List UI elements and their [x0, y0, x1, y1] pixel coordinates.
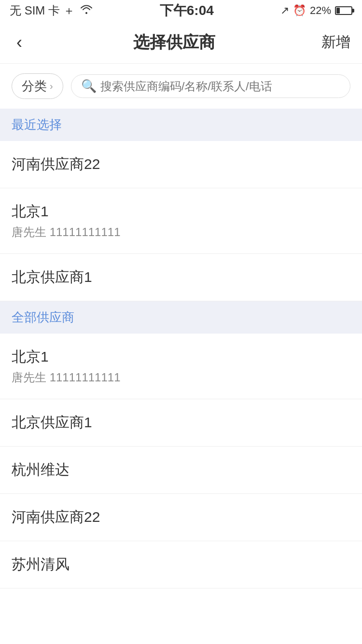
search-box: 🔍 — [71, 74, 350, 98]
list-item[interactable]: 河南供应商22 — [0, 494, 362, 541]
chevron-right-icon: › — [50, 81, 53, 92]
item-name: 杭州维达 — [12, 460, 350, 480]
item-sub: 唐先生 11111111111 — [12, 370, 350, 385]
all-section-label: 全部供应商 — [12, 310, 74, 324]
list-item[interactable]: 河南供应商22 — [0, 141, 362, 188]
search-input[interactable] — [100, 80, 340, 93]
category-label: 分类 — [22, 78, 47, 95]
list-item[interactable]: 北京1唐先生 11111111111 — [0, 334, 362, 399]
status-time: 下午6:04 — [160, 1, 214, 20]
all-list: 北京1唐先生 11111111111北京供应商1杭州维达河南供应商22苏州清风 — [0, 334, 362, 588]
item-name: 苏州清风 — [12, 555, 350, 574]
item-name: 河南供应商22 — [12, 154, 350, 174]
all-section-header: 全部供应商 — [0, 301, 362, 334]
item-name: 北京供应商1 — [12, 413, 350, 433]
back-button[interactable]: ‹ — [12, 28, 27, 57]
category-button[interactable]: 分类 › — [12, 73, 63, 99]
list-item[interactable]: 杭州维达 — [0, 447, 362, 494]
battery-icon — [335, 6, 352, 15]
status-right: ↗ ⏰ 22% — [280, 4, 352, 17]
status-left: 无 SIM 卡 ＋ — [10, 3, 93, 18]
battery-percent: 22% — [310, 4, 331, 17]
filter-bar: 分类 › 🔍 — [0, 64, 362, 109]
svg-point-0 — [85, 12, 87, 14]
list-item[interactable]: 北京供应商1 — [0, 399, 362, 447]
list-item[interactable]: 北京供应商1 — [0, 254, 362, 301]
search-icon: 🔍 — [81, 79, 97, 94]
wifi-icon — [80, 4, 93, 17]
sim-label: 无 SIM 卡 ＋ — [10, 3, 75, 18]
item-name: 北京供应商1 — [12, 267, 350, 287]
list-item[interactable]: 北京1唐先生 11111111111 — [0, 188, 362, 254]
item-name: 北京1 — [12, 347, 350, 367]
add-button[interactable]: 新增 — [321, 32, 350, 52]
status-bar: 无 SIM 卡 ＋ 下午6:04 ↗ ⏰ 22% — [0, 0, 362, 21]
list-item[interactable]: 苏州清风 — [0, 541, 362, 588]
page-title: 选择供应商 — [133, 31, 215, 54]
nav-bar: ‹ 选择供应商 新增 — [0, 21, 362, 64]
alarm-icon: ⏰ — [293, 4, 306, 17]
recent-section-label: 最近选择 — [12, 117, 62, 132]
item-sub: 唐先生 11111111111 — [12, 224, 350, 240]
recent-list: 河南供应商22北京1唐先生 11111111111北京供应商1 — [0, 141, 362, 301]
location-icon: ↗ — [280, 4, 289, 17]
item-name: 北京1 — [12, 202, 350, 222]
item-name: 河南供应商22 — [12, 507, 350, 527]
recent-section-header: 最近选择 — [0, 109, 362, 141]
